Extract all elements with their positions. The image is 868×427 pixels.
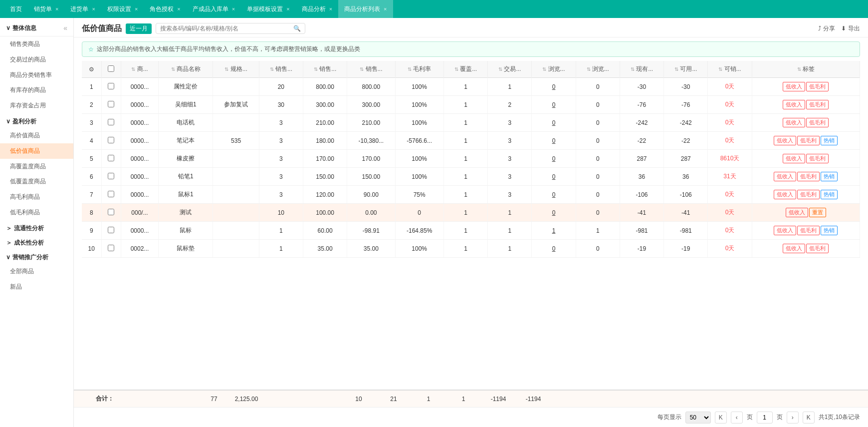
sidebar-item-all-goods[interactable]: 全部商品	[0, 264, 73, 279]
nav-product-in[interactable]: 产成品入库单 ×	[187, 0, 241, 18]
row-checkbox[interactable]	[108, 191, 114, 197]
browse1-link[interactable]: 0	[552, 155, 556, 162]
cell-checkbox[interactable]	[101, 240, 121, 258]
nav-close-product-in[interactable]: ×	[232, 6, 235, 12]
first-page-btn[interactable]: K	[715, 412, 727, 424]
th-settings[interactable]: ⚙	[82, 61, 101, 78]
next-page-btn[interactable]: ›	[787, 412, 799, 424]
row-checkbox[interactable]	[108, 101, 114, 107]
nav-close-template[interactable]: ×	[286, 6, 289, 12]
sidebar-group-overall[interactable]: ∨ 整体信息	[6, 24, 36, 32]
select-all-checkbox[interactable]	[108, 65, 114, 72]
export-button[interactable]: ⬇ 导出	[841, 24, 860, 33]
cell-checkbox[interactable]	[101, 114, 121, 132]
sidebar-item-sales-goods[interactable]: 销售类商品	[0, 36, 73, 52]
cell-checkbox[interactable]	[101, 168, 121, 186]
nav-close-purchase[interactable]: ×	[92, 6, 95, 12]
nav-close-roles[interactable]: ×	[177, 6, 180, 12]
th-spec[interactable]: ⇅ 规格...	[213, 61, 259, 78]
th-coverage[interactable]: ⇅ 覆盖...	[443, 61, 487, 78]
nav-close-analysis[interactable]: ×	[329, 6, 332, 12]
th-code[interactable]: ⇅ 商...	[121, 61, 158, 78]
search-input[interactable]	[160, 25, 291, 32]
browse1-link[interactable]: 0	[552, 137, 556, 144]
footer-sales-qty: 77	[202, 396, 226, 403]
cell-checkbox[interactable]	[101, 78, 121, 96]
row-checkbox[interactable]	[108, 173, 114, 179]
sidebar-group-profit[interactable]: ∨ 盈利分析	[0, 113, 73, 128]
th-gross-rate[interactable]: ⇅ 毛利率	[395, 61, 443, 78]
th-browse2[interactable]: ⇅ 浏览...	[576, 61, 620, 78]
nav-product-analysis[interactable]: 商品分析 ×	[296, 0, 338, 18]
cell-name: 笔记本	[159, 132, 213, 150]
nav-product-analysis-list[interactable]: 商品分析列表 ×	[338, 0, 393, 18]
nav-template[interactable]: 单据模板设置 ×	[241, 0, 295, 18]
th-checkbox[interactable]	[101, 61, 121, 78]
th-saleable[interactable]: ⇅ 可销...	[708, 61, 752, 78]
row-checkbox[interactable]	[108, 137, 114, 143]
browse1-link[interactable]: 0	[552, 173, 556, 180]
sidebar-item-new-goods[interactable]: 新品	[0, 279, 73, 295]
cell-checkbox[interactable]	[101, 96, 121, 114]
sidebar-item-category-rate[interactable]: 商品分类销售率	[0, 67, 73, 83]
cell-sales-qty: 3	[259, 132, 303, 150]
nav-permissions[interactable]: 权限设置 ×	[101, 0, 144, 18]
date-filter-badge[interactable]: 近一月	[126, 23, 152, 34]
cell-checkbox[interactable]	[101, 150, 121, 168]
th-available[interactable]: ⇅ 可用...	[664, 61, 708, 78]
th-name[interactable]: ⇅ 商品名称	[159, 61, 213, 78]
nav-close-sales[interactable]: ×	[55, 6, 58, 12]
prev-page-btn[interactable]: ‹	[731, 412, 743, 424]
cell-coverage: 1	[443, 96, 487, 114]
row-checkbox[interactable]	[108, 227, 114, 233]
cell-checkbox[interactable]	[101, 204, 121, 222]
sidebar-item-low-coverage[interactable]: 低覆盖度商品	[0, 174, 73, 189]
browse1-link[interactable]: 1	[552, 227, 556, 234]
th-current[interactable]: ⇅ 现有...	[620, 61, 663, 78]
browse1-link[interactable]: 0	[552, 245, 556, 252]
th-tags[interactable]: ⇅ 标签	[752, 61, 860, 78]
sidebar-item-low-value[interactable]: 低价值商品	[0, 143, 73, 159]
browse1-link[interactable]: 0	[552, 191, 556, 198]
sidebar-item-high-value[interactable]: 高价值商品	[0, 128, 73, 143]
page-number-input[interactable]	[757, 412, 773, 424]
row-checkbox[interactable]	[108, 209, 114, 215]
cell-checkbox[interactable]	[101, 132, 121, 150]
sidebar-item-traded-goods[interactable]: 交易过的商品	[0, 52, 73, 67]
sidebar-item-low-profit[interactable]: 低毛利商品	[0, 205, 73, 220]
sidebar-collapse-btn[interactable]: «	[61, 22, 69, 34]
browse1-link[interactable]: 0	[552, 101, 556, 108]
nav-close-permissions[interactable]: ×	[135, 6, 138, 12]
page-size-select[interactable]: 50 100 200	[685, 412, 711, 424]
cell-spec	[213, 204, 259, 222]
browse1-link[interactable]: 0	[552, 83, 556, 90]
browse1-link[interactable]: 0	[552, 209, 556, 216]
sidebar-item-stock-capital[interactable]: 库存资金占用	[0, 98, 73, 113]
sidebar-group-growth[interactable]: ＞ 成长性分析	[0, 235, 73, 249]
row-checkbox[interactable]	[108, 155, 114, 161]
th-sales-qty[interactable]: ⇅ 销售...	[259, 61, 303, 78]
sidebar-item-stock-goods[interactable]: 有库存的商品	[0, 82, 73, 98]
nav-roles[interactable]: 角色授权 ×	[144, 0, 186, 18]
sidebar-group-marketing[interactable]: ∨ 营销推广分析	[0, 249, 73, 264]
nav-home[interactable]: 首页	[4, 0, 28, 18]
share-button[interactable]: ⤴ 分享	[818, 24, 835, 33]
th-sales-amt[interactable]: ⇅ 销售...	[303, 61, 347, 78]
cell-checkbox[interactable]	[101, 222, 121, 240]
sidebar-group-circulation[interactable]: ＞ 流通性分析	[0, 220, 73, 235]
sidebar-item-high-coverage[interactable]: 高覆盖度商品	[0, 159, 73, 174]
row-checkbox[interactable]	[108, 83, 114, 89]
cell-checkbox[interactable]	[101, 186, 121, 204]
nav-sales-order[interactable]: 销货单 ×	[28, 0, 64, 18]
th-trade[interactable]: ⇅ 交易...	[488, 61, 532, 78]
nav-close-analysis-list[interactable]: ×	[384, 6, 387, 12]
row-checkbox[interactable]	[108, 119, 114, 125]
browse1-link[interactable]: 0	[552, 119, 556, 126]
row-checkbox[interactable]	[108, 245, 114, 251]
nav-purchase[interactable]: 进货单 ×	[64, 0, 101, 18]
search-box[interactable]: 🔍	[156, 23, 305, 34]
th-sales-amt2[interactable]: ⇅ 销售...	[347, 61, 395, 78]
th-browse1[interactable]: ⇅ 浏览...	[532, 61, 576, 78]
sidebar-item-high-profit[interactable]: 高毛利商品	[0, 189, 73, 205]
last-page-btn[interactable]: K	[803, 412, 815, 424]
